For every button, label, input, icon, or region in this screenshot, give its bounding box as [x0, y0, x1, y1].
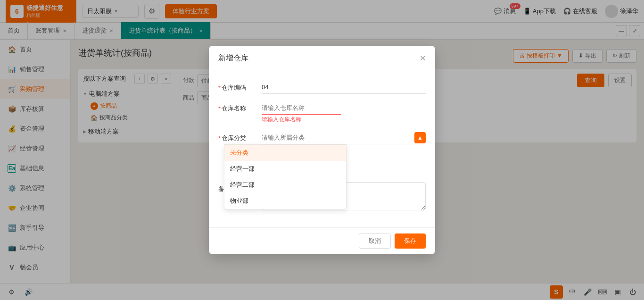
- name-input[interactable]: [262, 101, 341, 115]
- category-label: * 仓库分类: [218, 131, 256, 142]
- modal-footer: 取消 保存: [209, 227, 435, 254]
- name-field-row: * 仓库名称 请输入仓库名称: [218, 101, 426, 124]
- name-input-wrap: 请输入仓库名称: [262, 101, 341, 124]
- modal-body: * 仓库编码 * 仓库名称 请输入仓库名称: [209, 71, 435, 227]
- modal-title: 新增仓库: [218, 53, 248, 63]
- cancel-button[interactable]: 取消: [359, 233, 391, 249]
- code-label: * 仓库编码: [218, 81, 256, 92]
- name-error-message: 请输入仓库名称: [262, 116, 341, 124]
- code-input[interactable]: [262, 81, 426, 94]
- category-dropdown-button[interactable]: ▲: [414, 132, 426, 143]
- add-warehouse-modal: 新增仓库 ✕ * 仓库编码 * 仓库名称: [209, 46, 435, 254]
- category-input[interactable]: [262, 131, 414, 144]
- category-field-row: * 仓库分类 ▲ 未分类 经营一部 经营二部 物业部: [218, 131, 426, 144]
- code-field-row: * 仓库编码: [218, 81, 426, 94]
- modal-close-button[interactable]: ✕: [420, 54, 426, 63]
- dropdown-item-dept3[interactable]: 物业部: [224, 193, 346, 209]
- modal-header: 新增仓库 ✕: [209, 46, 435, 71]
- dropdown-item-dept2[interactable]: 经营二部: [224, 177, 346, 193]
- modal-overlay: 新增仓库 ✕ * 仓库编码 * 仓库名称: [0, 0, 644, 300]
- name-label: * 仓库名称: [218, 101, 256, 113]
- dropdown-item-dept1[interactable]: 经营一部: [224, 161, 346, 177]
- save-button[interactable]: 保存: [395, 233, 426, 249]
- category-wrap: ▲ 未分类 经营一部 经营二部 物业部: [262, 131, 426, 144]
- category-input-row: ▲: [262, 131, 426, 144]
- dropdown-item-unclassified[interactable]: 未分类: [224, 145, 346, 161]
- category-dropdown: 未分类 经营一部 经营二部 物业部: [224, 144, 347, 209]
